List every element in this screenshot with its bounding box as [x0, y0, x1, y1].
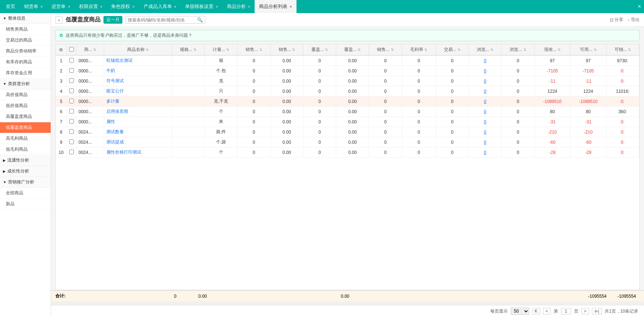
- per-page-select[interactable]: 50 10 20 100: [511, 308, 529, 315]
- sidebar-item-sales-goods[interactable]: 销售类商品: [0, 24, 51, 35]
- next-page-button[interactable]: >: [581, 308, 589, 314]
- row-name[interactable]: 多计量: [104, 96, 172, 107]
- period-button[interactable]: 近一月: [103, 16, 122, 24]
- row-name[interactable]: 测试提成: [104, 137, 172, 147]
- row-checkbox[interactable]: [67, 117, 76, 127]
- nav-tab-home[interactable]: 首页: [1, 0, 20, 13]
- row-checkbox[interactable]: [67, 76, 76, 86]
- row-checkbox[interactable]: [67, 86, 76, 96]
- col-stock-avail[interactable]: 可用... ⇅: [570, 44, 606, 55]
- sidebar-section-overall[interactable]: ▼ 整体信息: [0, 13, 51, 24]
- sidebar-item-capital[interactable]: 库存资金占用: [0, 68, 51, 79]
- nav-tab-permission[interactable]: 权限设置 ×: [75, 0, 107, 13]
- nav-tab-analysis[interactable]: 商品分析 ×: [223, 0, 255, 13]
- close-icon[interactable]: ×: [132, 0, 134, 13]
- row-browse1[interactable]: 0: [469, 66, 502, 76]
- row-select-checkbox[interactable]: [69, 150, 74, 154]
- nav-tab-template[interactable]: 单据模板设置 ×: [181, 0, 222, 13]
- row-select-checkbox[interactable]: [69, 99, 74, 103]
- sidebar-item-low-value[interactable]: 低价值商品: [0, 100, 51, 111]
- collapse-sidebar-button[interactable]: «: [55, 16, 63, 24]
- col-code[interactable]: 商... ⇅: [76, 44, 104, 55]
- row-name[interactable]: 旺辅批次测试: [104, 55, 172, 66]
- prev-page-button[interactable]: <: [543, 308, 551, 314]
- row-checkbox[interactable]: [67, 107, 76, 117]
- sidebar-item-low-margin[interactable]: 低毛利商品: [0, 144, 51, 155]
- nav-tab-product[interactable]: 产成品入库单 ×: [139, 0, 181, 13]
- close-icon[interactable]: ×: [174, 0, 176, 13]
- sidebar-section-marketing[interactable]: ▼ 营销推广分析: [0, 177, 51, 188]
- sidebar-item-low-coverage[interactable]: 低覆盖度商品: [0, 122, 51, 133]
- col-browse1[interactable]: 浏览... ⇅: [469, 44, 502, 55]
- row-name[interactable]: 属性: [104, 117, 172, 127]
- share-button[interactable]: ⊡ 分享: [610, 17, 623, 23]
- row-name[interactable]: 启用保质期: [104, 107, 172, 117]
- sidebar-item-stocked-goods[interactable]: 有库存的商品: [0, 57, 51, 68]
- row-checkbox[interactable]: [67, 127, 76, 137]
- col-settings[interactable]: ⚙: [56, 44, 67, 55]
- col-stock-sale[interactable]: 可销... ⇅: [606, 44, 639, 55]
- nav-tab-purchase[interactable]: 进货单 ×: [47, 0, 74, 13]
- row-select-checkbox[interactable]: [69, 129, 74, 134]
- row-name[interactable]: 测试数量: [104, 127, 172, 137]
- col-coverage2[interactable]: 覆盖... ⇅: [336, 44, 369, 55]
- col-coverage1[interactable]: 覆盖... ⇅: [303, 44, 336, 55]
- row-select-checkbox[interactable]: [69, 139, 74, 144]
- col-stock-now[interactable]: 现有... ⇅: [534, 44, 570, 55]
- sidebar-item-category-rate[interactable]: 商品分类动销率: [0, 46, 51, 57]
- nav-tab-role[interactable]: 角色授权 ×: [107, 0, 139, 13]
- col-margin[interactable]: 毛利率 ⇅: [402, 44, 436, 55]
- row-browse1[interactable]: 0: [469, 55, 502, 66]
- sidebar-section-growth[interactable]: ▶ 成长性分析: [0, 166, 51, 177]
- close-icon[interactable]: ×: [290, 0, 292, 13]
- row-checkbox[interactable]: [67, 66, 76, 76]
- row-select-checkbox[interactable]: [69, 68, 74, 73]
- col-name[interactable]: 商品名称 ⇅: [104, 44, 172, 55]
- row-browse1[interactable]: 0: [469, 107, 502, 117]
- col-trade[interactable]: 交易... ⇅: [436, 44, 468, 55]
- row-checkbox[interactable]: [67, 137, 76, 147]
- row-browse1[interactable]: 0: [469, 96, 502, 107]
- sidebar-item-high-coverage[interactable]: 高覆盖度商品: [0, 111, 51, 122]
- select-all-checkbox[interactable]: [69, 47, 74, 52]
- row-name[interactable]: 眼宝公仔: [104, 86, 172, 96]
- sidebar-item-high-value[interactable]: 高价值商品: [0, 90, 51, 100]
- close-all-button[interactable]: ×: [638, 3, 641, 10]
- col-sales-qty[interactable]: 销售... ⇅: [237, 44, 270, 55]
- export-button[interactable]: ↑ 导出: [628, 17, 640, 23]
- row-select-checkbox[interactable]: [69, 88, 74, 93]
- row-name[interactable]: 牛奶: [104, 66, 172, 76]
- row-select-checkbox[interactable]: [69, 78, 74, 83]
- nav-tab-sales[interactable]: 销货单 ×: [20, 0, 47, 13]
- col-browse2[interactable]: 浏览... ⇅: [502, 44, 534, 55]
- close-icon[interactable]: ×: [40, 0, 43, 13]
- col-unit[interactable]: 计量... ⇅: [205, 44, 237, 55]
- row-browse1[interactable]: 0: [469, 76, 502, 86]
- row-browse1[interactable]: 0: [469, 127, 502, 137]
- col-spec[interactable]: 规格... ⇅: [172, 44, 204, 55]
- row-browse1[interactable]: 0: [469, 117, 502, 127]
- col-sales-amt[interactable]: 销售... ⇅: [270, 44, 303, 55]
- sidebar-item-traded-goods[interactable]: 交易过的商品: [0, 35, 51, 46]
- sidebar-item-all-goods[interactable]: 全部商品: [0, 188, 51, 199]
- sidebar-item-high-margin[interactable]: 高毛利商品: [0, 133, 51, 144]
- first-page-button[interactable]: K: [532, 308, 540, 314]
- row-select-checkbox[interactable]: [69, 119, 74, 124]
- col-sales3[interactable]: 销售... ⇅: [369, 44, 402, 55]
- row-checkbox[interactable]: [67, 96, 76, 107]
- sidebar-item-new-goods[interactable]: 新品: [0, 199, 51, 210]
- row-select-checkbox[interactable]: [69, 58, 74, 63]
- close-icon[interactable]: ×: [68, 0, 70, 13]
- row-name[interactable]: 属性价格打印测试: [104, 147, 172, 158]
- row-browse1[interactable]: 0: [469, 86, 502, 96]
- row-browse1[interactable]: 0: [469, 137, 502, 147]
- close-icon[interactable]: ×: [100, 0, 102, 13]
- col-checkbox[interactable]: [67, 44, 76, 55]
- row-checkbox[interactable]: [67, 147, 76, 158]
- close-icon[interactable]: ×: [216, 0, 218, 13]
- scroll-bar[interactable]: [51, 301, 644, 305]
- row-checkbox[interactable]: [67, 55, 76, 66]
- sidebar-section-cluster[interactable]: ▼ 类群度分析: [0, 79, 51, 90]
- row-name[interactable]: 符号测试: [104, 76, 172, 86]
- close-icon[interactable]: ×: [248, 0, 250, 13]
